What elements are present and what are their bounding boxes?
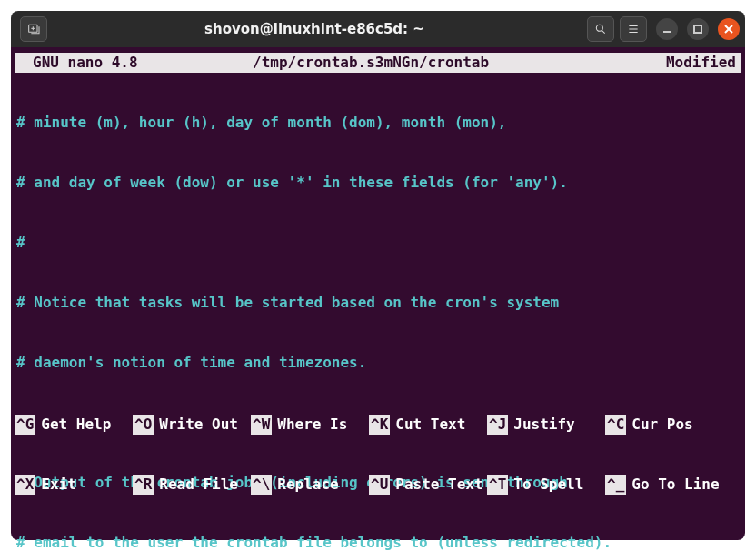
shortcut-key: ^C (605, 415, 626, 435)
minimize-button[interactable] (656, 18, 678, 40)
editor-line: # email to the user the crontab file bel… (16, 533, 740, 551)
svg-rect-2 (694, 25, 701, 33)
nano-app-name: GNU nano 4.8 (16, 53, 253, 73)
editor-line: # Notice that tasks will be started base… (16, 293, 740, 313)
shortcut-label: Exit (35, 475, 76, 495)
shortcut-label: Read File (154, 475, 238, 495)
shortcut-key: ^J (487, 415, 508, 435)
shortcut-key: ^O (133, 415, 154, 435)
editor-line: # and day of week (dow) or use '*' in th… (16, 173, 740, 193)
window-title: shovon@linuxhint-e86c5d: ~ (47, 21, 582, 37)
shortcut-key: ^T (487, 475, 508, 495)
terminal[interactable]: GNU nano 4.8 /tmp/crontab.s3mNGn/crontab… (11, 47, 745, 540)
svg-point-1 (596, 25, 602, 31)
shortcut-key: ^U (369, 475, 390, 495)
maximize-button[interactable] (687, 18, 709, 40)
shortcut-key: ^W (251, 415, 272, 435)
shortcut-label: Get Help (35, 415, 111, 435)
shortcut-label: Go To Line (626, 475, 719, 495)
new-tab-button[interactable] (20, 16, 47, 42)
shortcut-label: Justify (508, 415, 574, 435)
shortcut-label: Replace (272, 475, 338, 495)
footer-row: ^XExit ^RRead File ^\Replace ^UPaste Tex… (15, 475, 741, 495)
shortcut-label: Where Is (272, 415, 347, 435)
shortcut-key: ^G (15, 415, 35, 435)
shortcut-key: ^K (369, 415, 390, 435)
shortcut-label: Write Out (154, 415, 238, 435)
shortcut-key: ^\ (251, 475, 272, 495)
shortcut-label: Paste Text (390, 475, 482, 495)
search-button[interactable] (587, 16, 614, 42)
footer-row: ^GGet Help ^OWrite Out ^WWhere Is ^KCut … (15, 415, 741, 435)
shortcut-label: Cur Pos (626, 415, 692, 435)
shortcut-key: ^R (133, 475, 154, 495)
nano-file-path: /tmp/crontab.s3mNGn/crontab (253, 53, 666, 73)
nano-header: GNU nano 4.8 /tmp/crontab.s3mNGn/crontab… (15, 53, 741, 73)
shortcut-label: To Spell (508, 475, 583, 495)
nano-footer: ^GGet Help ^OWrite Out ^WWhere Is ^KCut … (15, 375, 741, 535)
menu-button[interactable] (620, 16, 647, 42)
shortcut-key: ^_ (605, 475, 626, 495)
shortcut-label: Cut Text (390, 415, 465, 435)
editor-line: # minute (m), hour (h), day of month (do… (16, 113, 740, 133)
editor-line: # (16, 233, 740, 253)
window-titlebar: shovon@linuxhint-e86c5d: ~ (11, 11, 745, 47)
editor-line: # daemon's notion of time and timezones. (16, 353, 740, 373)
nano-status: Modified (666, 53, 740, 73)
shortcut-key: ^X (15, 475, 35, 495)
close-button[interactable] (718, 18, 740, 40)
